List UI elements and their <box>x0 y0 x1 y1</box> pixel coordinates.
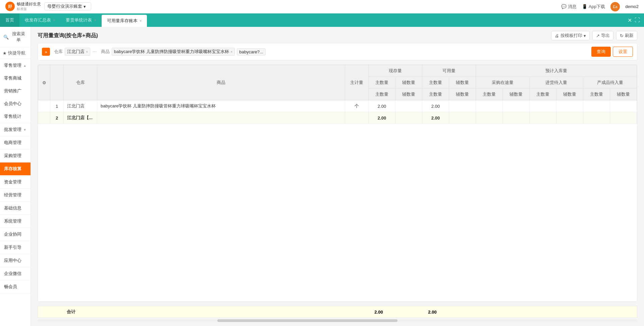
refresh-icon: ↻ <box>620 33 624 38</box>
quick-nav-button[interactable]: ★ 快捷导航 <box>0 47 31 59</box>
sidebar-item-wholesale-mgmt[interactable]: 批发管理 ▼ <box>0 123 31 136</box>
product-tag-1-remove[interactable]: × <box>230 50 232 54</box>
row-stock-main: 2.00 <box>369 100 395 112</box>
th-product: 商品 <box>97 65 345 100</box>
sidebar-search-area: 🔍 搜索菜单 <box>0 27 31 47</box>
row-prod-aux <box>610 100 637 112</box>
table-header-row-1: ⚙ 仓库 商品 主计量 现存量 可用量 预计入库量 <box>38 65 637 77</box>
download-label: App下载 <box>589 4 605 10</box>
sidebar-item-marketing[interactable]: 营销推广 <box>0 85 31 97</box>
export-button[interactable]: ↗ 导出 <box>592 31 613 40</box>
table-row: 1 江北门店 babycare学饮杯 儿童防摔防撞吸管杯重力球吸嘴杯宝宝水杯 个… <box>38 100 637 112</box>
tab-receive-summary-close[interactable]: × <box>53 18 55 22</box>
chevron-down-icon: ▾ <box>584 33 586 38</box>
tab-receive-summary-label: 收发存汇总表 <box>25 17 51 23</box>
print-button[interactable]: 🖨 按模板打印 ▾ <box>551 31 590 40</box>
download-icon: 📱 <box>582 4 587 9</box>
export-label: 导出 <box>601 33 610 39</box>
sidebar-item-ecommerce[interactable]: 电商管理 <box>0 136 31 149</box>
tab-receive-summary[interactable]: 收发存汇总表 × <box>19 13 60 27</box>
print-label: 按模板打印 <box>560 33 582 39</box>
sidebar-item-finance[interactable]: 资金管理 <box>0 176 31 188</box>
page-title: 可用量查询(按仓库+商品) <box>38 32 98 39</box>
star-icon: ★ <box>3 51 7 56</box>
warehouse-tag[interactable]: 江北门店 × <box>65 48 90 56</box>
sidebar-item-ops-mgmt[interactable]: 经营管理 <box>0 189 31 201</box>
sidebar-section-enterprise: 企业协同 <box>0 228 31 241</box>
sidebar-item-sys-mgmt[interactable]: 系统管理 <box>0 215 31 228</box>
close-window-icon[interactable]: ✕ <box>628 17 632 24</box>
sidebar-item-newuser[interactable]: 新手引导 <box>0 241 31 254</box>
sidebar-item-app-center[interactable]: 应用中心 <box>0 254 31 267</box>
search-label: 搜索菜单 <box>10 31 27 43</box>
subtotal-stock-aux <box>395 112 422 124</box>
th-available-group: 可用量 <box>422 65 476 77</box>
subtotal-product <box>97 112 345 124</box>
sidebar-section-vip: 畅会员 <box>0 280 31 293</box>
sidebar-item-enterprise-wechat[interactable]: 企业微信 <box>0 267 31 280</box>
warehouse-more-dots[interactable]: ··· <box>92 49 97 55</box>
sidebar-item-retail-mall[interactable]: 零售商城 <box>0 72 31 85</box>
scrollbar-thumb[interactable] <box>217 319 397 322</box>
th-prod-group: 产成品待入量 <box>583 77 637 89</box>
message-button[interactable]: 💬 消息 <box>561 4 577 10</box>
tab-order-stats-close[interactable]: × <box>94 18 96 22</box>
product-tag-2[interactable]: babycare?... <box>237 48 266 55</box>
th-prod-aux: 辅数量 <box>610 89 637 100</box>
th-pur-main: 主数量 <box>476 89 503 100</box>
sidebar-section-purchase: 采购管理 <box>0 149 31 162</box>
app-download-button[interactable]: 📱 App下载 <box>582 4 605 10</box>
tab-available-ledger-close[interactable]: × <box>140 19 142 23</box>
tab-order-stats[interactable]: 要货单统计表 × <box>60 13 101 27</box>
search-icon: 🔍 <box>3 35 9 40</box>
tab-home[interactable]: 首页 <box>0 13 19 27</box>
logo-text-area: 畅捷通好生意 标准版 <box>17 2 41 11</box>
sidebar-section-inventory: 库存核算 <box>0 162 31 176</box>
top-bar: 好 畅捷通好生意 标准版 母婴行业演示账套 ▾ 💬 消息 📱 App下载 Ea … <box>0 0 644 13</box>
filter-actions: 查询 设置 <box>591 47 633 57</box>
sidebar-item-retail-mgmt[interactable]: 零售管理 ▲ <box>0 59 31 72</box>
settings-button[interactable]: 设置 <box>613 47 633 57</box>
sidebar-item-inventory[interactable]: 库存核算 <box>0 162 31 175</box>
row-prod-main <box>583 100 610 112</box>
sidebar-item-purchase-mgmt[interactable]: 采购管理 <box>0 149 31 162</box>
sidebar-item-label: 经营管理 <box>4 192 21 198</box>
sidebar-item-basic-info[interactable]: 基础信息 <box>0 202 31 215</box>
export-icon: ↗ <box>596 33 600 38</box>
horizontal-scrollbar[interactable] <box>38 319 637 322</box>
subtotal-prod-main <box>583 112 610 124</box>
sidebar-item-label: 企业微信 <box>4 271 21 277</box>
subtotal-settings <box>38 112 50 124</box>
query-button[interactable]: 查询 <box>591 47 611 57</box>
sidebar-item-retail-stats[interactable]: 零售统计 <box>0 110 31 123</box>
subtotal-pur-aux <box>503 112 530 124</box>
main-layout: 🔍 搜索菜单 ★ 快捷导航 零售管理 ▲ 零售商城 营销推广 会员中心 零售统计 <box>0 27 644 326</box>
sidebar: 🔍 搜索菜单 ★ 快捷导航 零售管理 ▲ 零售商城 营销推广 会员中心 零售统计 <box>0 27 31 326</box>
sidebar-item-enterprise[interactable]: 企业协同 <box>0 228 31 241</box>
row-arr-main <box>530 100 556 112</box>
sidebar-item-member-center[interactable]: 会员中心 <box>0 97 31 110</box>
filter-toggle-button[interactable]: » <box>42 48 50 56</box>
warehouse-tag-remove[interactable]: × <box>86 50 88 54</box>
product-tag-1[interactable]: babycare学饮杯 儿童防摔防撞吸管杯重力球吸嘴杯宝宝水杯 × <box>112 48 235 56</box>
th-stock-group: 现存量 <box>369 65 422 77</box>
sidebar-item-label: 批发管理 <box>4 127 21 133</box>
workspace-select[interactable]: 母婴行业演示账套 ▾ <box>44 2 91 10</box>
page-header: 可用量查询(按仓库+商品) 🖨 按模板打印 ▾ ↗ 导出 ↻ 刷新 <box>31 27 644 43</box>
gear-icon[interactable]: ⚙ <box>42 80 46 85</box>
th-arr-aux: 辅数量 <box>556 89 583 100</box>
product-tag-2-value: babycare?... <box>239 49 263 54</box>
row-avail-aux <box>449 100 476 112</box>
expand-icon[interactable]: ⛶ <box>635 17 640 23</box>
subtotal-arr-aux <box>556 112 583 124</box>
th-pur-aux: 辅数量 <box>503 89 530 100</box>
search-menu-button[interactable]: 🔍 搜索菜单 <box>3 30 28 44</box>
th-stock-main: 主数量 <box>369 77 395 89</box>
sidebar-item-vip-member[interactable]: 畅会员 <box>0 280 31 293</box>
th-pur-in-group: 采购在途量 <box>476 77 530 89</box>
sidebar-section-finance: 资金管理 <box>0 176 31 189</box>
th-prod-main: 主数量 <box>583 89 610 100</box>
refresh-button[interactable]: ↻ 刷新 <box>616 31 637 40</box>
nav-tabs: 首页 收发存汇总表 × 要货单统计表 × 可用量库存账本 × ✕ ⛶ <box>0 13 644 27</box>
tab-available-ledger[interactable]: 可用量库存账本 × <box>102 15 147 27</box>
